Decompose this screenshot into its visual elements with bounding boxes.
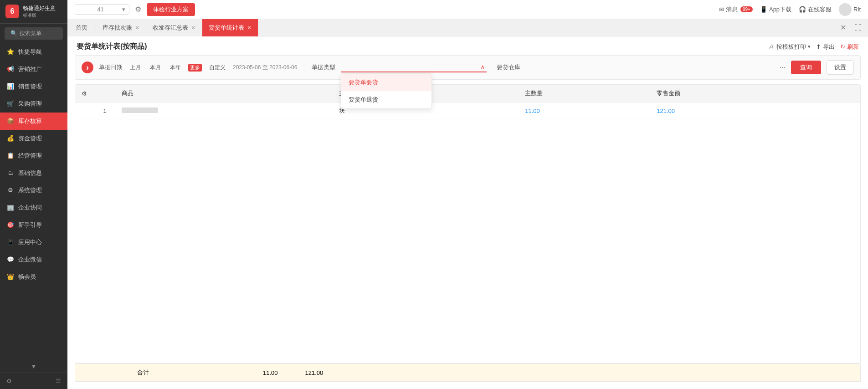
sidebar-scroll-down[interactable]: ▼ bbox=[0, 360, 67, 373]
custom-date-btn[interactable]: 自定义 bbox=[207, 63, 227, 72]
search-icon: 🔍 bbox=[10, 30, 17, 36]
user-avatar-item[interactable]: Rit bbox=[839, 3, 861, 16]
total-amount: 121.00 bbox=[278, 369, 324, 376]
type-filter-select[interactable]: ∧ 要货单要货 要货单退货 bbox=[341, 62, 487, 72]
sidebar-item-finance[interactable]: 💰 资金管理 bbox=[0, 130, 67, 147]
sidebar-item-appstore[interactable]: 📱 应用中心 bbox=[0, 234, 67, 251]
sidebar-item-label: 库存核算 bbox=[18, 117, 42, 125]
print-arrow: ▾ bbox=[808, 44, 811, 50]
main-content: 41 ▾ ⚙ 体验行业方案 ✉ 消息 99+ 📱 App下载 🎧 在线客服 R bbox=[67, 0, 868, 389]
query-button[interactable]: 查询 bbox=[791, 61, 821, 74]
prev-month-btn[interactable]: 上月 bbox=[128, 63, 143, 72]
message-icon: ✉ bbox=[719, 6, 724, 13]
cell-product bbox=[116, 102, 334, 119]
sidebar-item-inventory[interactable]: 📦 库存核算 bbox=[0, 113, 67, 130]
print-template-btn[interactable]: 🖨 按模板打印 ▾ bbox=[769, 43, 811, 51]
filter-bar: › 单据日期 上月 本月 本年 更多 自定义 2023-05-06 至 2023… bbox=[75, 55, 861, 80]
column-settings-icon[interactable]: ⚙ bbox=[82, 90, 87, 97]
sidebar-item-operation[interactable]: 📋 经营管理 bbox=[0, 147, 67, 164]
sales-icon: 📊 bbox=[6, 82, 15, 91]
purchase-icon: 🛒 bbox=[6, 100, 15, 108]
close-all-tabs-icon[interactable]: ✕ bbox=[837, 22, 849, 33]
search-label: 搜索菜单 bbox=[20, 30, 41, 37]
tab-home[interactable]: 首页 bbox=[67, 19, 96, 36]
sidebar-item-label: 营销推广 bbox=[18, 65, 42, 73]
sidebar-item-marketing[interactable]: 📢 营销推广 bbox=[0, 61, 67, 78]
set-button[interactable]: 设置 bbox=[827, 60, 854, 75]
tab-inventory-batch-label: 库存批次账 bbox=[103, 24, 132, 32]
logo-icon: 6 bbox=[5, 5, 19, 18]
inventory-icon: 📦 bbox=[6, 117, 15, 125]
sidebar-item-label: 新手引导 bbox=[18, 221, 42, 229]
date-filter-label: 单据日期 bbox=[99, 63, 123, 72]
tab-order-stats-close[interactable]: ✕ bbox=[247, 25, 252, 31]
tab-receive-summary-close[interactable]: ✕ bbox=[191, 25, 195, 31]
member-icon: 👑 bbox=[6, 273, 15, 281]
dropdown-item-order[interactable]: 要货单要货 bbox=[341, 74, 431, 91]
sidebar-item-enterprise[interactable]: 🏢 企业协同 bbox=[0, 199, 67, 216]
warehouse-filter-label: 要货仓库 bbox=[497, 63, 520, 72]
more-date-badge[interactable]: 更多 bbox=[188, 64, 202, 72]
topbar-settings-icon[interactable]: ⚙ bbox=[135, 5, 141, 14]
warehouse-filter[interactable] bbox=[526, 64, 774, 71]
warehouse-input[interactable] bbox=[526, 64, 774, 71]
export-label: 导出 bbox=[823, 43, 835, 51]
sidebar-search[interactable]: 🔍 搜索菜单 bbox=[5, 27, 63, 40]
store-selector[interactable]: 41 ▾ bbox=[75, 4, 129, 15]
total-quantity: 11.00 bbox=[149, 369, 278, 376]
trial-button[interactable]: 体验行业方案 bbox=[147, 3, 195, 16]
col-amount: 零售金额 bbox=[651, 85, 810, 102]
col-settings[interactable]: ⚙ bbox=[75, 85, 93, 102]
sidebar-item-member[interactable]: 👑 畅会员 bbox=[0, 268, 67, 286]
col-index bbox=[93, 85, 116, 102]
tab-receive-summary-label: 收发存汇总表 bbox=[153, 24, 188, 32]
app-version: 标准版 bbox=[23, 12, 56, 19]
messages-item[interactable]: ✉ 消息 99+ bbox=[719, 5, 753, 14]
tab-receive-summary[interactable]: 收发存汇总表 ✕ bbox=[146, 19, 202, 36]
app-name: 畅捷通好生意 bbox=[23, 5, 56, 12]
sidebar-item-basic[interactable]: 🗂 基础信息 bbox=[0, 164, 67, 182]
sidebar-item-label: 经营管理 bbox=[18, 152, 42, 160]
sidebar-item-label: 快捷导航 bbox=[18, 48, 42, 56]
col-quantity: 主数量 bbox=[519, 85, 651, 102]
tab-inventory-batch-close[interactable]: ✕ bbox=[135, 25, 139, 31]
expand-filter-btn[interactable]: › bbox=[82, 61, 93, 73]
expand-icon: › bbox=[86, 63, 89, 72]
dropdown-item-return[interactable]: 要货单退货 bbox=[341, 91, 431, 108]
store-name: 41 bbox=[97, 6, 103, 13]
sidebar-item-wechat[interactable]: 💬 企业微信 bbox=[0, 251, 67, 268]
sidebar-item-guide[interactable]: 🎯 新手引导 bbox=[0, 216, 67, 234]
collapse-menu-icon[interactable]: ☰ bbox=[56, 378, 61, 384]
tab-bar: 首页 库存批次账 ✕ 收发存汇总表 ✕ 要货单统计表 ✕ ✕ ⛶ bbox=[67, 19, 868, 36]
type-filter-arrow[interactable]: ∧ bbox=[480, 63, 485, 71]
app-logo: 6 畅捷通好生意 标准版 bbox=[0, 0, 67, 24]
cell-quantity: 11.00 bbox=[519, 102, 651, 119]
service-icon: 🎧 bbox=[799, 6, 806, 13]
expand-tabs-icon[interactable]: ⛶ bbox=[852, 23, 864, 33]
settings-icon[interactable]: ⚙ bbox=[6, 378, 12, 384]
tab-inventory-batch[interactable]: 库存批次账 ✕ bbox=[96, 19, 146, 36]
export-btn[interactable]: ⬆ 导出 bbox=[816, 43, 835, 51]
sidebar-item-shortcut[interactable]: ⭐ 快捷导航 bbox=[0, 43, 67, 61]
sidebar-item-purchase[interactable]: 🛒 采购管理 bbox=[0, 95, 67, 113]
basic-icon: 🗂 bbox=[6, 169, 15, 177]
date-range-display: 2023-05-06 至 2023-06-06 bbox=[233, 64, 297, 72]
type-filter-input[interactable] bbox=[343, 64, 480, 71]
cell-extra bbox=[810, 102, 860, 119]
sidebar-item-label: 采购管理 bbox=[18, 100, 42, 108]
sidebar-item-system[interactable]: ⚙ 系统管理 bbox=[0, 182, 67, 199]
current-month-btn[interactable]: 本月 bbox=[148, 63, 163, 72]
tab-order-stats[interactable]: 要货单统计表 ✕ bbox=[202, 19, 258, 36]
total-label: 合计 bbox=[82, 369, 149, 377]
current-year-btn[interactable]: 本年 bbox=[168, 63, 183, 72]
app-download-item[interactable]: 📱 App下载 bbox=[760, 5, 791, 14]
refresh-btn[interactable]: ↻ 刷新 bbox=[840, 43, 859, 51]
sidebar-nav: ⭐ 快捷导航 📢 营销推广 📊 销售管理 🛒 采购管理 📦 库存核算 💰 资金管… bbox=[0, 43, 67, 360]
table-row: 1 块 11.00 121.00 bbox=[75, 102, 860, 119]
appstore-icon: 📱 bbox=[6, 238, 15, 246]
sidebar-item-sales[interactable]: 📊 销售管理 bbox=[0, 78, 67, 95]
online-service-item[interactable]: 🎧 在线客服 bbox=[799, 5, 832, 14]
more-filters-btn[interactable]: ··· bbox=[780, 63, 786, 72]
wechat-icon: 💬 bbox=[6, 256, 15, 264]
finance-icon: 💰 bbox=[6, 134, 15, 143]
